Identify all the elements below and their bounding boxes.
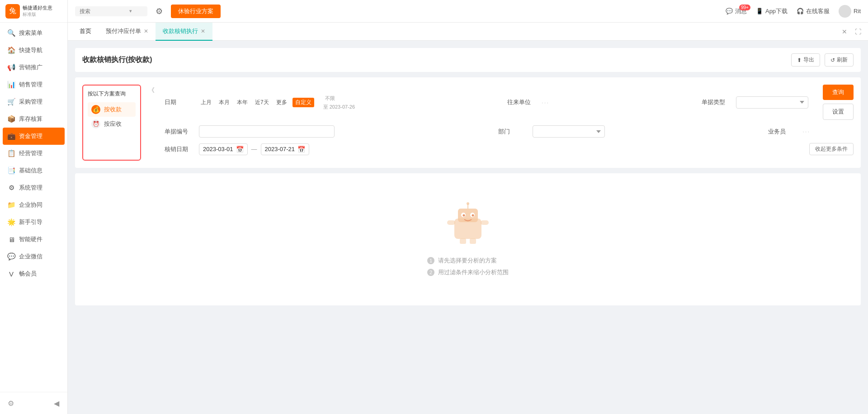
date-tab-7days[interactable]: 近7天: [253, 98, 271, 107]
sidebar-item-企业微信[interactable]: 💬 企业微信: [0, 248, 67, 265]
nav-icon: 🏠: [7, 46, 15, 54]
app-download-action[interactable]: 📱 App下载: [756, 7, 788, 15]
search-dropdown-icon[interactable]: ▾: [129, 8, 132, 14]
refresh-button[interactable]: ↺ 刷新: [825, 53, 854, 67]
nav-label: 畅会员: [19, 270, 37, 278]
empty-tip-2-text: 用过滤条件来缩小分析范围: [438, 266, 509, 278]
nav-icon: 📁: [7, 201, 15, 209]
sidebar-item-基础信息[interactable]: 📑 基础信息: [0, 162, 67, 179]
filter-panel-collapse-btn[interactable]: 《: [148, 85, 157, 161]
tabbar-actions: ✕ ⛶: [839, 26, 863, 37]
empty-state: 1 请先选择要分析的方案 2 用过滤条件来缩小分析范围: [75, 173, 861, 305]
search-box[interactable]: ▾: [75, 6, 147, 16]
nav-icon: ⚙: [7, 184, 15, 192]
filter-main: 日期 上月 本月 本年 近7天 更多 自定义 不限 至 2023-07-26: [165, 85, 854, 161]
collapse-more-btn[interactable]: 收起更多条件: [809, 143, 854, 155]
sidebar-item-新手引导[interactable]: 🌟 新手引导: [0, 214, 67, 231]
user-name: Rit: [854, 8, 861, 14]
setting-button[interactable]: 设置: [823, 104, 854, 120]
svg-rect-11: [481, 220, 489, 225]
filter-sidebar: 按以下方案查询 💰 按收款 ⏰ 按应收: [82, 85, 141, 161]
sidebar-item-库存核算[interactable]: 📦 库存核算: [0, 110, 67, 128]
filter-option-by-receivable[interactable]: ⏰ 按应收: [88, 117, 136, 131]
counterparty-dots: ···: [542, 99, 549, 106]
app-logo: 兔 畅捷通好生意 标准版: [0, 0, 67, 23]
sidebar-bottom: ⚙ ◀: [0, 392, 67, 414]
filter-row-date: 日期 上月 本月 本年 近7天 更多 自定义 不限 至 2023-07-26: [165, 85, 854, 120]
export-button[interactable]: ⬆ 导出: [791, 53, 820, 67]
verify-date-end-input[interactable]: 2023-07-21 📅: [261, 143, 310, 155]
nav-icon: 💬: [7, 252, 15, 261]
nav-label: 系统管理: [19, 184, 42, 192]
topbar-gear-icon[interactable]: ⚙: [152, 4, 166, 19]
sidebar-item-销售管理[interactable]: 📊 销售管理: [0, 76, 67, 93]
collapse-sidebar-icon[interactable]: ◀: [50, 397, 63, 409]
close-window-icon[interactable]: ✕: [839, 26, 850, 37]
topbar-right: 💬 消息 99+ 📱 App下载 🎧 在线客服 Rit: [726, 5, 861, 18]
tab-close-icon[interactable]: ✕: [201, 28, 205, 34]
counterparty-label: 往来单位: [507, 98, 534, 106]
date-tab-this-month[interactable]: 本月: [217, 98, 231, 107]
app-download-label: App下载: [765, 7, 788, 15]
topbar: ▾ ⚙ 休验行业方案 💬 消息 99+ 📱 App下载 🎧 在线客服 Rit: [68, 0, 868, 23]
date-to-text: 至 2023-07-26: [323, 104, 355, 110]
message-action[interactable]: 💬 消息 99+: [726, 7, 747, 15]
page-content: 收款核销执行(按收款) ⬆ 导出 ↺ 刷新 按以下方案查询 💰 按收款: [68, 41, 868, 414]
sidebar-item-资金管理[interactable]: 💼 资金管理: [3, 128, 65, 145]
page-header: 收款核销执行(按收款) ⬆ 导出 ↺ 刷新: [75, 48, 861, 72]
verify-date-end-text: 2023-07-21: [265, 146, 295, 152]
nav-label: 智能硬件: [19, 235, 42, 243]
nav-icon: 📋: [7, 149, 15, 157]
topbar-left: ▾ ⚙ 休验行业方案: [75, 4, 221, 19]
logo-icon: 兔: [5, 4, 20, 19]
sidebar-item-系统管理[interactable]: ⚙ 系统管理: [0, 179, 67, 196]
dept-select[interactable]: [533, 125, 605, 138]
search-input[interactable]: [80, 8, 129, 14]
settings-icon[interactable]: ⚙: [5, 397, 17, 409]
date-tab-more[interactable]: 更多: [274, 98, 289, 107]
sidebar-item-畅会员[interactable]: V 畅会员: [0, 265, 67, 282]
nav-icon: 📦: [7, 115, 15, 123]
date-no-limit: 不限: [323, 94, 355, 103]
tabbar: 首页预付冲应付单✕收款核销执行✕ ✕ ⛶: [68, 23, 868, 41]
tab-预付冲应付单[interactable]: 预付冲应付单✕: [99, 23, 156, 41]
phone-icon: 📱: [756, 8, 763, 14]
sidebar-item-快捷导航[interactable]: 🏠 快捷导航: [0, 42, 67, 59]
sidebar-item-智能硬件[interactable]: 🖥 智能硬件: [0, 231, 67, 248]
voucher-no-input[interactable]: [199, 125, 335, 138]
verify-date-start-text: 2023-03-01: [203, 146, 233, 152]
filter-option-by-receipt[interactable]: 💰 按收款: [88, 102, 136, 117]
svg-rect-1: [458, 209, 478, 222]
query-actions: 查询 设置: [823, 85, 854, 120]
nav-label: 企业协同: [19, 201, 42, 209]
svg-rect-9: [470, 238, 476, 244]
tab-收款核销执行[interactable]: 收款核销执行✕: [156, 23, 212, 41]
query-button[interactable]: 查询: [823, 85, 854, 100]
verify-date-start-input[interactable]: 2023-03-01 📅: [199, 143, 248, 155]
online-service-action[interactable]: 🎧 在线客服: [797, 7, 830, 15]
date-tab-this-year[interactable]: 本年: [235, 98, 250, 107]
sidebar-item-企业协同[interactable]: 📁 企业协同: [0, 196, 67, 214]
nav-icon: 🛒: [7, 98, 15, 106]
sidebar-item-经营管理[interactable]: 📋 经营管理: [0, 145, 67, 162]
voucher-type-select[interactable]: [736, 96, 808, 109]
user-profile[interactable]: Rit: [839, 5, 861, 18]
nav-icon: 🔍: [7, 29, 15, 37]
nav-label: 新手引导: [19, 218, 42, 226]
date-tab-custom[interactable]: 自定义: [292, 98, 314, 107]
filter-panel: 按以下方案查询 💰 按收款 ⏰ 按应收 《 日期 上月: [75, 77, 861, 168]
sidebar-item-采购管理[interactable]: 🛒 采购管理: [0, 93, 67, 110]
sidebar-item-搜索菜单[interactable]: 🔍 搜索菜单: [0, 24, 67, 42]
sidebar-item-营销推广[interactable]: 📢 营销推广: [0, 59, 67, 76]
app-name: 畅捷通好生意: [23, 5, 52, 11]
industry-btn[interactable]: 休验行业方案: [171, 5, 221, 18]
nav-icon: 📊: [7, 81, 15, 89]
date-tab-last-month[interactable]: 上月: [199, 98, 213, 107]
svg-point-5: [472, 214, 474, 217]
sidebar: 兔 畅捷通好生意 标准版 🔍 搜索菜单 🏠 快捷导航 📢 营销推广 📊 销售管理…: [0, 0, 68, 414]
calendar-end-icon: 📅: [297, 146, 305, 153]
tab-首页[interactable]: 首页: [72, 23, 99, 41]
maximize-icon[interactable]: ⛶: [853, 26, 863, 37]
tab-close-icon[interactable]: ✕: [144, 28, 148, 34]
date-tabs: 上月 本月 本年 近7天 更多 自定义: [199, 98, 314, 107]
